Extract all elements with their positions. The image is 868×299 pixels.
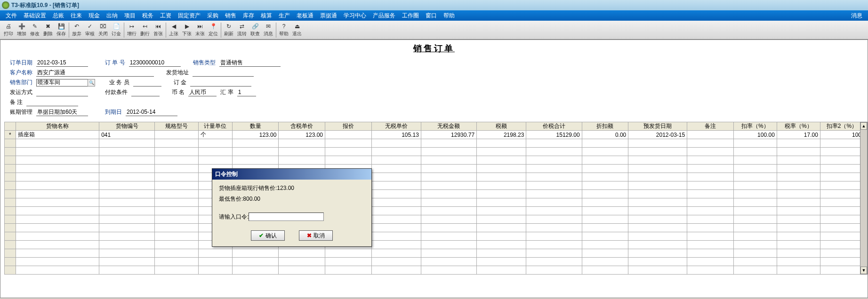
grid-cell[interactable] [628, 156, 687, 165]
grid-cell[interactable]: 插座箱 [16, 131, 99, 139]
grid-cell[interactable] [526, 148, 582, 156]
table-row[interactable] [5, 181, 864, 190]
grid-cell[interactable] [477, 249, 526, 258]
grid-cell[interactable] [16, 173, 99, 181]
due-date-input[interactable] [126, 109, 177, 116]
grid-cell[interactable] [733, 181, 777, 190]
grid-cell[interactable] [820, 241, 863, 249]
grid-cell[interactable] [155, 241, 198, 249]
menu-item-2[interactable]: 总账 [50, 11, 67, 21]
rate-input[interactable] [237, 89, 256, 96]
grid-cell[interactable] [526, 266, 582, 275]
grid-cell[interactable] [421, 190, 476, 198]
grid-cell[interactable]: 2198.23 [477, 131, 526, 139]
grid-cell[interactable] [628, 148, 687, 156]
grid-cell[interactable] [687, 198, 734, 207]
grid-cell[interactable] [582, 198, 628, 207]
grid-cell[interactable] [820, 232, 863, 241]
grid-cell[interactable] [16, 249, 99, 258]
grid-header[interactable]: 计量单位 [198, 122, 232, 131]
grid-cell[interactable] [582, 156, 628, 165]
grid-cell[interactable] [325, 131, 372, 139]
grid-cell[interactable] [371, 258, 421, 266]
tool-关闭[interactable]: ⌧关闭 [96, 22, 110, 39]
grid-cell[interactable] [582, 232, 628, 241]
grid-cell[interactable] [687, 148, 734, 156]
grid-cell[interactable] [421, 173, 476, 181]
grid-header[interactable]: 预发货日期 [628, 122, 687, 131]
grid-cell[interactable] [628, 165, 687, 173]
grid-cell[interactable] [325, 258, 372, 266]
grid-header[interactable]: 折扣额 [582, 122, 628, 131]
grid-cell[interactable] [279, 266, 325, 275]
menu-item-20[interactable]: 窗口 [423, 11, 440, 21]
grid-cell[interactable] [16, 181, 99, 190]
grid-cell[interactable] [371, 249, 421, 258]
menu-item-14[interactable]: 生产 [276, 11, 293, 21]
grid-cell[interactable] [777, 173, 820, 181]
menu-item-9[interactable]: 固定资产 [175, 11, 203, 21]
grid-cell[interactable] [628, 224, 687, 232]
grid-cell[interactable] [526, 241, 582, 249]
grid-cell[interactable] [820, 139, 863, 148]
grid-cell[interactable] [582, 139, 628, 148]
grid-cell[interactable] [687, 232, 734, 241]
grid-header[interactable]: 含税单价 [279, 122, 325, 131]
grid-cell[interactable] [777, 198, 820, 207]
grid-header[interactable]: 税额 [477, 122, 526, 131]
table-row[interactable] [5, 173, 864, 181]
menu-item-13[interactable]: 核算 [258, 11, 275, 21]
grid-cell[interactable] [477, 232, 526, 241]
grid-cell[interactable] [628, 258, 687, 266]
grid-cell[interactable] [99, 198, 155, 207]
grid-cell[interactable] [582, 190, 628, 198]
grid-cell[interactable] [733, 249, 777, 258]
grid-header[interactable]: 扣率（%） [733, 122, 777, 131]
grid-scrollbar[interactable]: ▲ ▼ [860, 122, 868, 275]
grid-cell[interactable] [628, 173, 687, 181]
deposit-input[interactable] [190, 79, 251, 87]
grid-cell[interactable] [526, 181, 582, 190]
grid-cell[interactable] [477, 156, 526, 165]
grid-cell[interactable] [777, 139, 820, 148]
grid-cell[interactable]: 15129.00 [526, 131, 582, 139]
tool-下张[interactable]: ▶下张 [180, 22, 193, 39]
grid-cell[interactable] [820, 224, 863, 232]
ship-mode-input[interactable] [36, 89, 88, 96]
grid-cell[interactable] [820, 258, 863, 266]
grid-cell[interactable]: 100 [820, 131, 863, 139]
grid-cell[interactable] [16, 224, 99, 232]
grid-cell[interactable] [820, 249, 863, 258]
customer-input[interactable] [36, 69, 154, 77]
grid-cell[interactable] [99, 232, 155, 241]
grid-cell[interactable] [582, 215, 628, 224]
grid-cell[interactable] [155, 156, 198, 165]
grid-cell[interactable] [155, 173, 198, 181]
grid-cell[interactable] [687, 156, 734, 165]
grid-header[interactable]: 数量 [232, 122, 279, 131]
grid-cell[interactable] [477, 181, 526, 190]
grid-cell[interactable] [16, 156, 99, 165]
grid-cell[interactable] [232, 139, 279, 148]
grid-cell[interactable] [477, 139, 526, 148]
table-row[interactable] [5, 156, 864, 165]
grid-cell[interactable] [421, 215, 476, 224]
grid-cell[interactable] [99, 148, 155, 156]
grid-cell[interactable] [232, 249, 279, 258]
grid-cell[interactable] [99, 249, 155, 258]
grid-cell[interactable] [582, 249, 628, 258]
menu-item-4[interactable]: 现金 [86, 11, 103, 21]
grid-cell[interactable] [155, 165, 198, 173]
menu-item-3[interactable]: 往来 [68, 11, 85, 21]
menu-messages[interactable]: 消息 [848, 11, 865, 21]
grid-cell[interactable] [820, 181, 863, 190]
grid-cell[interactable] [155, 181, 198, 190]
grid-cell[interactable] [526, 190, 582, 198]
grid-cell[interactable] [155, 139, 198, 148]
table-row[interactable]: *插座箱041个123.00123.00105.1312930.772198.2… [5, 131, 864, 139]
grid-cell[interactable] [16, 266, 99, 275]
menu-item-17[interactable]: 学习中心 [341, 11, 369, 21]
scroll-up-icon[interactable]: ▲ [860, 122, 867, 130]
grid-cell[interactable] [16, 139, 99, 148]
grid-cell[interactable] [820, 190, 863, 198]
